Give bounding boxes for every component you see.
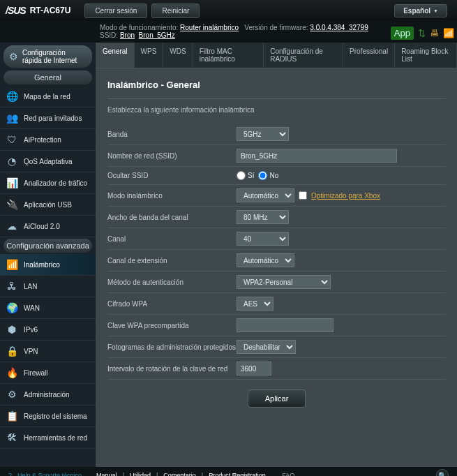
sidebar-item-syslog[interactable]: 📋Registro del sistema — [0, 406, 96, 427]
channel-select[interactable]: 40 — [237, 232, 289, 246]
usb-icon: 🔌 — [6, 198, 18, 211]
sidebar-item-guest-network[interactable]: 👥Red para invitados — [0, 107, 96, 129]
usb-icon[interactable]: ⇅ — [418, 28, 426, 38]
general-header: General — [3, 70, 92, 84]
apply-button[interactable]: Aplicar — [248, 389, 306, 408]
wifi-icon: 📶 — [6, 258, 18, 271]
label-band: Banda — [107, 131, 237, 138]
footer-link-registration[interactable]: Product Registration — [209, 472, 266, 476]
sidebar-item-ipv6[interactable]: ⬢IPv6 — [0, 319, 96, 341]
label-wireless-mode: Modo inalámbrico — [107, 192, 237, 200]
wan-icon: 🌍 — [6, 302, 18, 314]
tab-wds[interactable]: WDS — [163, 43, 193, 68]
sidebar-item-usb-app[interactable]: 🔌Aplicación USB — [0, 194, 96, 216]
search-icon: 🔍 — [438, 472, 447, 477]
sidebar-item-nettools[interactable]: 🛠Herramientas de red — [0, 427, 96, 449]
main-panel: General WPS WDS Filtro MAC inalámbrico C… — [96, 43, 457, 467]
app-badge[interactable]: App — [391, 27, 414, 40]
help-label: Help & Soporte técnico — [17, 472, 82, 476]
sidebar-item-lan[interactable]: 🖧LAN — [0, 276, 96, 297]
wireless-mode-select[interactable]: Automático — [237, 188, 294, 202]
fw-value[interactable]: 3.0.0.4.384_32799 — [310, 24, 368, 31]
tab-general[interactable]: General — [96, 43, 135, 68]
fw-label: Versión de firmware: — [244, 24, 308, 31]
label-pmf: Fotogramas de administración protegidos — [107, 343, 237, 351]
cloud-icon: ☁ — [6, 220, 18, 232]
chart-icon: 📊 — [6, 177, 18, 189]
quick-setup-button[interactable]: ⚙ Configuración rápida de Internet — [3, 45, 92, 68]
globe-icon: 🌐 — [6, 90, 18, 103]
shield-icon: 🛡 — [6, 133, 18, 146]
wifi-status-icon[interactable]: 📶 — [443, 28, 454, 38]
xbox-checkbox[interactable] — [299, 191, 307, 200]
xbox-link[interactable]: Optimizado para Xbox — [311, 192, 380, 200]
label-bandwidth: Ancho de banda del canal — [107, 214, 237, 221]
mode-label: Modo de funcionamiento: — [100, 24, 178, 31]
logout-button[interactable]: Cerrar sesión — [84, 3, 147, 18]
sidebar-item-wan[interactable]: 🌍WAN — [0, 297, 96, 319]
label-ssid: Nombre de red (SSID) — [107, 152, 237, 160]
key-rotation-input[interactable] — [237, 362, 271, 375]
tab-radius[interactable]: Configuración de RADIUS — [264, 43, 343, 68]
band-select[interactable]: 5GHz — [237, 127, 289, 141]
label-ext-channel: Canal de extensión — [107, 257, 237, 265]
ssid-label: SSID: — [100, 31, 118, 39]
ipv6-icon: ⬢ — [6, 323, 18, 336]
ssid-b[interactable]: Bron_5GHz — [139, 31, 175, 39]
label-wpa-key: Clave WPA precompartida — [107, 322, 237, 329]
sidebar-item-qos[interactable]: ◔QoS Adaptativa — [0, 151, 96, 172]
label-hide-ssid: Ocultar SSID — [107, 172, 237, 179]
label-channel: Canal — [107, 235, 237, 243]
auth-select[interactable]: WPA2-Personal — [237, 275, 331, 289]
sidebar-item-vpn[interactable]: 🔒VPN — [0, 341, 96, 362]
pmf-select[interactable]: Deshabilitar — [237, 340, 296, 354]
page-title: Inalámbrico - General — [107, 75, 446, 99]
tab-bar: General WPS WDS Filtro MAC inalámbrico C… — [96, 43, 457, 68]
faq-label[interactable]: FAQ — [282, 472, 294, 476]
wpa-key-input[interactable] — [237, 318, 334, 332]
info-bar: Modo de funcionamiento: Router inalámbri… — [0, 21, 457, 43]
label-auth: Método de autenticación — [107, 278, 237, 286]
brand-logo: /SUS — [6, 5, 26, 16]
printer-icon[interactable]: 🖶 — [430, 28, 439, 38]
reboot-button[interactable]: Reiniciar — [151, 3, 200, 18]
hide-ssid-no[interactable] — [258, 171, 267, 180]
sidebar-item-traffic[interactable]: 📊Analizador de tráfico — [0, 172, 96, 194]
tools-icon: 🛠 — [6, 431, 18, 444]
ext-channel-select[interactable]: Automático — [237, 253, 294, 267]
hide-ssid-yes[interactable] — [237, 171, 246, 180]
admin-icon: ⚙ — [6, 388, 18, 401]
log-icon: 📋 — [6, 410, 18, 422]
top-bar: /SUS RT-AC67U Cerrar sesión Reiniciar Es… — [0, 0, 457, 21]
gauge-icon: ◔ — [6, 155, 18, 168]
sidebar-item-firewall[interactable]: 🔥Firewall — [0, 362, 96, 384]
ssid-input[interactable] — [237, 149, 397, 163]
footer-link-utility[interactable]: Utilidad — [130, 472, 151, 476]
footer: ? Help & Soporte técnico Manual | Utilid… — [0, 467, 457, 476]
sidebar-item-wireless[interactable]: 📶Inalámbrico — [0, 254, 96, 276]
sidebar-item-admin[interactable]: ⚙Administración — [0, 384, 96, 406]
tab-roaming[interactable]: Roaming Block List — [395, 43, 457, 68]
search-button[interactable]: 🔍 — [436, 469, 449, 476]
sidebar-item-network-map[interactable]: 🌐Mapa de la red — [0, 86, 96, 107]
tab-professional[interactable]: Professional — [343, 43, 395, 68]
label-encryption: Cifrado WPA — [107, 300, 237, 308]
language-button[interactable]: Español — [394, 4, 447, 17]
footer-link-manual[interactable]: Manual — [96, 472, 117, 476]
page-desc: Establezca la siguiente información inal… — [107, 99, 446, 124]
sidebar: ⚙ Configuración rápida de Internet Gener… — [0, 43, 96, 467]
lan-icon: 🖧 — [6, 280, 18, 292]
encryption-select[interactable]: AES — [237, 297, 274, 311]
help-icon: ? — [8, 472, 12, 476]
mode-value[interactable]: Router inalámbrico — [180, 24, 239, 31]
ssid-a[interactable]: Bron — [120, 31, 135, 39]
sidebar-item-aicloud[interactable]: ☁AiCloud 2.0 — [0, 216, 96, 237]
bandwidth-select[interactable]: 80 MHz — [237, 210, 289, 224]
sidebar-item-aiprotection[interactable]: 🛡AiProtection — [0, 129, 96, 151]
tab-wps[interactable]: WPS — [135, 43, 164, 68]
model-name: RT-AC67U — [30, 6, 71, 15]
footer-link-feedback[interactable]: Comentario — [163, 472, 196, 476]
firewall-icon: 🔥 — [6, 366, 18, 379]
people-icon: 👥 — [6, 112, 18, 124]
tab-mac-filter[interactable]: Filtro MAC inalámbrico — [193, 43, 264, 68]
